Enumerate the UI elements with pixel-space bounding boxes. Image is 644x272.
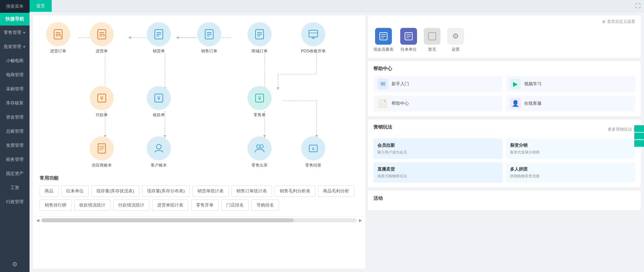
sidebar-item-assets[interactable]: 固定资产 <box>0 167 30 181</box>
func-btn-contacts[interactable]: 往来单位 <box>61 185 89 197</box>
sidebar-item-wholesale[interactable]: 批发管理 ▼ <box>0 40 30 54</box>
sidebar-item-ledger[interactable]: 总账管理 <box>0 124 30 138</box>
marketing-member[interactable]: 会员拉新 吸引用户成为会员 <box>373 138 503 159</box>
sidebar-item-payroll[interactable]: 工资 <box>0 181 30 195</box>
node-retail-settle[interactable]: ¥ 零售结算 <box>298 136 328 168</box>
empty-icon <box>424 28 441 45</box>
sidebar-item-retail[interactable]: 零售管理 ▼ <box>0 26 30 40</box>
node-retail-out[interactable]: 零售出库 <box>244 136 275 168</box>
cashflow-icon <box>375 28 392 45</box>
customize-btn[interactable]: ⚙ 首页自定义设置 <box>602 19 635 25</box>
group-sub: 拼团购物享受优惠 <box>510 174 631 179</box>
activity: 活动 <box>368 191 641 210</box>
tab-bar: 首页 ⛶ <box>30 0 644 12</box>
node-sales[interactable]: 销货单 <box>144 22 174 54</box>
more-marketing-link[interactable]: 更多营销玩法 > <box>608 127 635 132</box>
tab-home[interactable]: 首页 <box>30 0 52 12</box>
sidebar-item-inventory[interactable]: 库存核算 <box>0 96 30 110</box>
common-functions: 常用功能 商品 往来单位 现存量(库存状况表) 现存量(库存分布表) 销货单统计… <box>33 170 365 216</box>
marketing-group[interactable]: 多人拼团 拼团购物享受优惠 <box>506 162 635 183</box>
member-sub: 吸引用户成为会员 <box>377 150 499 155</box>
sidebar: 搜索菜单 快捷导航 零售管理 ▼ 批发管理 ▼ 小畅电商 电商管理 采购管理 库… <box>0 0 30 272</box>
func-grid: 商品 往来单位 现存量(库存状况表) 现存量(库存分布表) 销货单统计表 销售订… <box>40 185 359 211</box>
svg-point-52 <box>260 145 263 148</box>
svg-text:¥: ¥ <box>157 95 160 101</box>
svg-text:¥: ¥ <box>258 95 261 101</box>
sidebar-item-invoice[interactable]: 发票管理 <box>0 138 30 152</box>
func-btn-receipt-stat[interactable]: 收款情况统计 <box>74 199 110 211</box>
marketing-title: 营销玩法 <box>373 124 392 130</box>
func-btn-stock-status[interactable]: 现存量(库存状况表) <box>91 185 139 197</box>
help-item-beginner[interactable]: ✉ 新手入门 <box>373 76 503 92</box>
sidebar-search[interactable]: 搜索菜单 <box>0 0 30 13</box>
help-item-service[interactable]: 👤 在线客服 <box>506 95 635 111</box>
customer-book-icon <box>147 136 171 161</box>
func-btn-sales-stat[interactable]: 销货单统计表 <box>192 185 229 197</box>
func-btn-guide-rank[interactable]: 导购排名 <box>251 199 279 211</box>
scroll-container <box>41 218 357 222</box>
scroll-right-btn[interactable]: ▶ <box>359 218 362 223</box>
func-btn-store-rank[interactable]: 门店排名 <box>221 199 249 211</box>
sidebar-nav-header: 快捷导航 <box>0 13 30 26</box>
sidebar-item-tax[interactable]: 税务管理 <box>0 152 30 167</box>
func-btn-stock-dist[interactable]: 现存量(库存分布表) <box>142 185 190 197</box>
chevron-down-icon: ▼ <box>22 45 26 49</box>
float-btn-service[interactable]: 客服热线 <box>634 125 644 132</box>
chevron-down-icon: ▼ <box>22 31 26 35</box>
func-btn-purchase-stat[interactable]: 进货单统计表 <box>152 199 188 211</box>
marketing-fission[interactable]: 裂变分销 裂变式发展分销商 <box>506 138 635 159</box>
help-item-help[interactable]: 📄 帮助中心 <box>373 95 503 111</box>
video-label: 视频学习 <box>524 81 542 87</box>
float-btn-community[interactable]: 服务社区 <box>634 133 644 139</box>
func-btn-sales-rank[interactable]: 销售排行榜 <box>40 199 72 211</box>
svg-point-51 <box>257 145 260 148</box>
contacts-icon <box>400 28 417 45</box>
node-purchase-order[interactable]: 进货订单 <box>43 22 73 54</box>
marketing: 营销玩法 更多营销玩法 > 会员拉新 吸引用户成为会员 裂变分销 裂变式发展分销… <box>368 120 641 187</box>
func-btn-sales-margin[interactable]: 销售毛利分析表 <box>275 185 315 197</box>
node-receipt[interactable]: ¥ 收款单 <box>144 86 174 118</box>
quick-icon-cashflow[interactable]: 现金流量表 <box>373 28 394 52</box>
sales-order-icon <box>197 22 221 46</box>
node-purchase[interactable]: 进货单 <box>87 22 117 54</box>
quick-icon-empty[interactable]: 暂无 <box>424 28 441 52</box>
node-pos[interactable]: POS收银开单 <box>298 22 328 54</box>
retail-order-icon: ¥ <box>247 86 272 110</box>
node-payment[interactable]: ¥ 付款单 <box>87 86 117 118</box>
retail-settle-icon: ¥ <box>301 136 325 161</box>
settings-button[interactable]: ⚙ <box>0 257 30 272</box>
node-sales-order[interactable]: 销售订单 <box>194 22 224 54</box>
fission-title: 裂变分销 <box>510 142 631 148</box>
purchase-icon <box>90 22 114 46</box>
node-supplier-book[interactable]: 供应商账本 <box>87 136 117 168</box>
func-btn-goods-margin[interactable]: 商品毛利分析 <box>318 185 354 197</box>
marketing-live[interactable]: 直播卖货 场景式购物新玩法 <box>373 162 503 183</box>
quick-icons: 现金流量表 往来单位 <box>373 28 635 52</box>
scroll-thumb[interactable] <box>41 218 294 222</box>
sidebar-item-finance[interactable]: 资金管理 <box>0 110 30 124</box>
scroll-left-btn[interactable]: ◀ <box>36 218 39 223</box>
beginner-icon: ✉ <box>377 79 388 89</box>
sales-icon <box>147 22 171 46</box>
settings-label: 设置 <box>452 47 460 52</box>
quick-icon-settings[interactable]: ⚙ 设置 <box>447 28 464 52</box>
func-btn-payment-stat[interactable]: 付款情况统计 <box>113 199 149 211</box>
sidebar-item-ecom-mgmt[interactable]: 电商管理 <box>0 68 30 82</box>
func-btn-retail-order[interactable]: 零售开单 <box>191 199 219 211</box>
node-mall-order[interactable]: 商城订单 <box>244 22 275 54</box>
node-retail-order[interactable]: ¥ 零售单 <box>244 86 275 118</box>
func-btn-goods[interactable]: 商品 <box>40 185 58 197</box>
float-btn-desktop[interactable]: 桌面快捷 <box>634 140 644 147</box>
func-btn-sales-order-stat[interactable]: 销售订单统计表 <box>231 185 272 197</box>
quick-icon-contacts[interactable]: 往来单位 <box>400 28 417 52</box>
help-item-video[interactable]: ▶ 视频学习 <box>506 76 635 92</box>
empty-label: 暂无 <box>428 47 436 52</box>
receipt-icon: ¥ <box>147 86 171 110</box>
pos-icon <box>301 22 325 46</box>
maximize-button[interactable]: ⛶ <box>632 3 644 9</box>
marketing-header: 营销玩法 更多营销玩法 > <box>373 124 635 134</box>
sidebar-item-purchase[interactable]: 采购管理 <box>0 82 30 96</box>
node-customer-book[interactable]: 客户账本 <box>144 136 174 168</box>
sidebar-item-ecom-small[interactable]: 小畅电商 <box>0 54 30 68</box>
sidebar-item-admin[interactable]: 行政管理 <box>0 195 30 209</box>
